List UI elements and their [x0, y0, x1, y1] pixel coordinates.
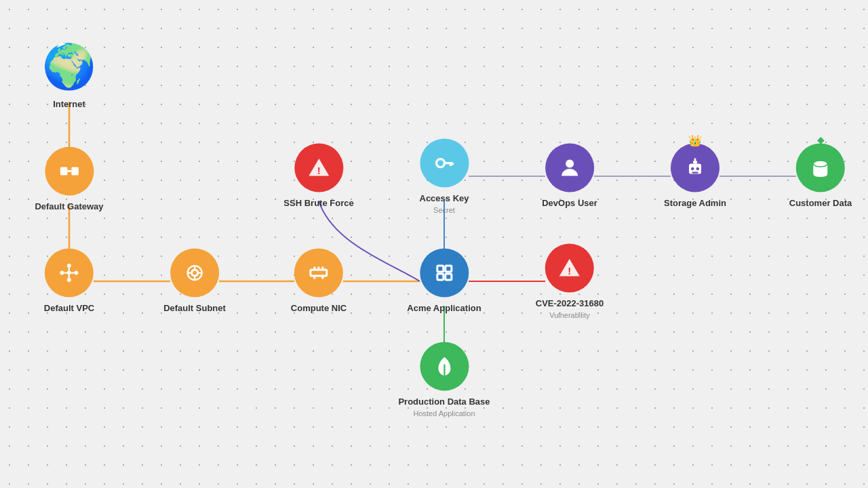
gateway-icon	[57, 159, 81, 184]
default-subnet-label: Default Subnet	[163, 303, 226, 314]
svg-point-52	[694, 158, 696, 160]
robot-icon	[683, 156, 707, 180]
crown-badge: 👑	[688, 134, 702, 147]
svg-rect-11	[60, 167, 68, 176]
default-vpc-node: Default VPC	[44, 249, 94, 314]
svg-rect-43	[445, 274, 451, 280]
cve-alert-icon: !	[557, 256, 582, 281]
default-gateway-node: Default Gateway	[35, 147, 103, 213]
access-key-circle	[420, 139, 469, 188]
svg-rect-12	[71, 167, 79, 176]
svg-point-15	[60, 271, 64, 275]
internet-label: Internet	[53, 99, 85, 110]
ssh-brute-force-label: SSH Brute Force	[283, 198, 353, 209]
cve-circle: !	[545, 244, 594, 293]
devops-user-label: DevOps User	[542, 198, 597, 209]
cve-node: ! CVE-2022-31680 Vulnerability	[536, 244, 604, 319]
vpc-icon	[57, 261, 81, 285]
storage-admin-circle: 👑	[671, 144, 719, 192]
storage-admin-label: Storage Admin	[664, 198, 726, 209]
default-subnet-node: Default Subnet	[163, 249, 226, 314]
svg-point-47	[691, 167, 694, 171]
compute-nic-circle	[294, 249, 343, 298]
production-db-circle	[420, 342, 469, 391]
default-vpc-label: Default VPC	[44, 303, 94, 314]
user-icon	[557, 156, 582, 180]
svg-rect-50	[693, 161, 697, 164]
cve-label: CVE-2022-31680	[536, 298, 604, 310]
svg-point-36	[436, 159, 444, 167]
leaf-icon	[432, 354, 456, 379]
ssh-alert-icon: !	[307, 156, 331, 180]
default-gateway-circle	[45, 147, 94, 196]
svg-rect-49	[692, 172, 698, 174]
svg-point-48	[696, 167, 699, 171]
svg-point-14	[67, 271, 71, 275]
svg-point-17	[67, 264, 71, 268]
acme-application-label: Acme Application	[407, 303, 481, 314]
default-vpc-circle	[45, 249, 94, 298]
svg-rect-29	[311, 270, 327, 276]
svg-rect-40	[437, 266, 443, 272]
svg-point-45	[566, 160, 574, 168]
ssh-brute-force-node: ! SSH Brute Force	[283, 144, 353, 209]
production-db-label: Production Data Base	[398, 396, 490, 408]
storage-admin-node: 👑 Storage Admin	[664, 144, 726, 209]
svg-text:!: !	[568, 265, 572, 277]
production-db-node: Production Data Base Hosted Application	[398, 342, 490, 418]
access-key-label: Access Key	[420, 193, 469, 205]
default-gateway-label: Default Gateway	[35, 201, 103, 213]
access-key-sublabel: Secret	[433, 205, 455, 214]
access-key-node: Access Key Secret	[420, 139, 469, 214]
customer-data-circle: ◆	[796, 144, 845, 192]
devops-user-node: DevOps User	[542, 144, 597, 209]
acme-application-circle	[420, 249, 469, 298]
svg-rect-42	[437, 274, 443, 280]
green-diamond-badge: ◆	[817, 134, 825, 145]
customer-data-label: Customer Data	[789, 198, 852, 209]
nic-icon	[307, 261, 331, 285]
svg-point-16	[75, 271, 79, 275]
svg-rect-41	[445, 266, 451, 272]
acme-application-node: Acme Application	[407, 249, 481, 314]
svg-point-18	[67, 278, 71, 282]
customer-data-node: ◆ Customer Data	[789, 144, 852, 209]
svg-point-23	[191, 270, 197, 276]
key-icon	[432, 151, 456, 176]
compute-nic-label: Compute NIC	[291, 303, 347, 314]
cve-sublabel: Vulnerability	[549, 310, 590, 319]
internet-node: 🌍 Internet	[42, 39, 96, 110]
app-icon	[432, 261, 456, 285]
subnet-icon	[182, 261, 207, 285]
production-db-sublabel: Hosted Application	[413, 409, 475, 417]
bucket-icon	[808, 156, 833, 180]
svg-text:!: !	[317, 165, 321, 176]
devops-user-circle	[545, 144, 594, 192]
ssh-brute-force-circle: !	[294, 144, 343, 192]
default-subnet-circle	[170, 249, 219, 298]
compute-nic-node: Compute NIC	[291, 249, 347, 314]
